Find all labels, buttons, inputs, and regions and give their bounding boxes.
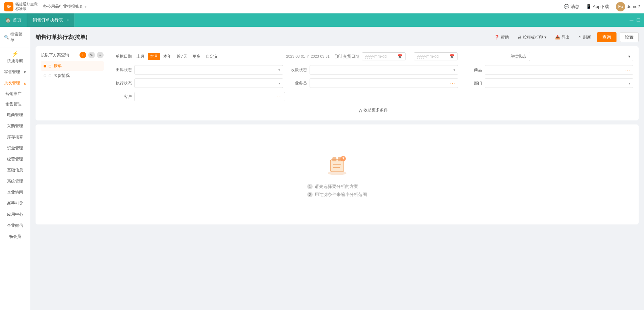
exec-status-control: ▾ <box>135 79 283 88</box>
salesman-more-button[interactable]: ··· <box>450 81 455 86</box>
app-download-button[interactable]: 📱 App下载 <box>586 4 609 10</box>
search-menu-button[interactable]: 🔍 搜索菜单 <box>3 30 27 44</box>
scheme-item-press-order[interactable]: ⊙ 按单 <box>41 61 104 71</box>
help-icon: ❓ <box>494 35 499 40</box>
sidebar-item-wholesale[interactable]: 批发管理 ▴ <box>0 78 30 89</box>
collapse-scheme-button[interactable]: « <box>97 52 104 58</box>
filter-panel: 按以下方案查询 + ✎ « ⊙ 按单 <box>36 46 639 120</box>
breadcrumb-text[interactable]: 办公用品行业模拟账套 <box>43 4 83 9</box>
sidebar-item-corp[interactable]: 企业协同 <box>0 187 30 198</box>
sidebar-item-purchase[interactable]: 采购管理 <box>0 120 30 132</box>
scheme-item-arrears[interactable]: ⊙ 欠货情况 <box>41 71 104 81</box>
settings-button[interactable]: 设置 <box>620 32 639 42</box>
user-profile[interactable]: Ea demo2 <box>616 2 640 11</box>
date-tab-more[interactable]: 更多 <box>191 53 203 60</box>
sidebar-item-finance[interactable]: 资金管理 <box>0 143 30 154</box>
date-tab-this-year[interactable]: 本年 <box>161 53 173 60</box>
date-tab-custom[interactable]: 自定义 <box>204 53 220 60</box>
sidebar-item-apps[interactable]: 应用中心 <box>0 209 30 220</box>
logo-text: 畅捷通好生意 标准版 <box>15 2 38 11</box>
order-status-control: ▾ <box>529 52 633 61</box>
exec-status-select[interactable]: ▾ <box>135 79 283 88</box>
refresh-icon: ↻ <box>578 35 582 40</box>
username: demo2 <box>627 4 640 9</box>
date-tab-last-7-days[interactable]: 近7天 <box>175 53 189 60</box>
order-date-label: 单据日期 <box>113 54 132 59</box>
sidebar-item-system[interactable]: 系统管理 <box>0 176 30 187</box>
dept-select[interactable]: ▾ <box>485 79 633 88</box>
order-status-label: 单据状态 <box>508 54 526 59</box>
filter-row-1: 单据日期 上月 本月 本年 近7天 更多 自定义 <box>113 52 633 61</box>
salesman-select[interactable]: ··· <box>310 79 458 88</box>
main-layout: 🔍 搜索菜单 ⚡ 快捷导航 零售管理 ▾ 批发管理 ▴ 营销推广 销售管理 <box>0 27 644 310</box>
sidebar-item-marketing[interactable]: 营销推广 <box>0 89 30 99</box>
expected-date-end[interactable]: yyyy-mm-dd 📅 <box>414 52 458 60</box>
message-button[interactable]: 💬 消息 <box>564 4 579 10</box>
customer-select[interactable]: ··· <box>135 92 285 101</box>
product-field: 商品 ··· <box>464 65 633 74</box>
tabbar: 🏠 首页 销售订单执行表 × ─ □ <box>0 13 644 27</box>
chevron-up-icon: ▴ <box>24 81 26 86</box>
svg-rect-2 <box>332 157 336 161</box>
dept-label: 部门 <box>464 81 482 86</box>
sidebar-item-inventory[interactable]: 库存核算 <box>0 132 30 143</box>
empty-tip-2: 2 用过滤条件来缩小分析范围 <box>307 192 367 198</box>
tab-close-button[interactable]: × <box>66 18 69 22</box>
filter-row-3: 执行状态 ▾ 业务员 <box>113 79 633 88</box>
message-icon: 💬 <box>564 4 569 9</box>
out-stock-label: 出库状态 <box>113 67 132 73</box>
tab-home[interactable]: 🏠 首页 <box>0 13 27 27</box>
out-stock-control: ▾ <box>135 65 283 74</box>
out-stock-field: 出库状态 ▾ <box>113 65 283 74</box>
sidebar-item-retail[interactable]: 零售管理 ▾ <box>0 66 30 78</box>
order-status-select[interactable]: ▾ <box>529 52 633 61</box>
salesman-control: ··· <box>310 79 458 88</box>
customer-field: 客户 ··· <box>113 92 285 101</box>
expected-date-start[interactable]: yyyy-mm-dd 📅 <box>362 52 406 60</box>
search-icon: 🔍 <box>4 35 9 40</box>
sidebar-item-basic[interactable]: 基础信息 <box>0 165 30 176</box>
page-header: 销售订单执行表(按单) ❓ 帮助 🖨 按模板打印 ▾ 📤 导出 <box>36 32 639 42</box>
scheme-active-dot <box>44 65 46 67</box>
breadcrumb: 办公用品行业模拟账套 ▾ <box>43 4 558 9</box>
add-scheme-button[interactable]: + <box>79 52 86 58</box>
collapse-filter-button[interactable]: ⋀ 收起更多条件 <box>113 105 633 115</box>
sidebar-item-operations[interactable]: 经营管理 <box>0 154 30 165</box>
date-tab-this-month[interactable]: 本月 <box>148 53 160 60</box>
product-select[interactable]: ··· <box>485 65 633 74</box>
tab-sales-order[interactable]: 销售订单执行表 × <box>27 13 74 27</box>
edit-scheme-button[interactable]: ✎ <box>88 52 95 58</box>
product-more-button[interactable]: ··· <box>625 67 630 72</box>
export-button[interactable]: 📤 导出 <box>552 33 572 42</box>
sidebar-item-quick-nav[interactable]: ⚡ 快捷导航 <box>0 48 30 66</box>
receipt-status-select[interactable]: ▾ <box>310 65 458 74</box>
exec-status-field: 执行状态 ▾ <box>113 79 283 88</box>
sidebar-item-newbie[interactable]: 新手引导 <box>0 198 30 209</box>
help-button[interactable]: ❓ 帮助 <box>492 33 512 42</box>
sidebar-item-wechat[interactable]: 企业微信 <box>0 220 30 231</box>
maximize-button[interactable]: □ <box>637 17 640 23</box>
date-tab-last-month[interactable]: 上月 <box>135 53 147 60</box>
sidebar-item-sales-mgmt[interactable]: 销售管理 <box>0 99 30 109</box>
sidebar-search-section: 🔍 搜索菜单 <box>0 27 30 48</box>
refresh-button[interactable]: ↻ 刷新 <box>576 33 594 42</box>
calendar-icon: 📅 <box>397 54 402 59</box>
out-stock-select[interactable]: ▾ <box>135 65 283 74</box>
salesman-field: 业务员 ··· <box>288 79 458 88</box>
empty-illustration: ? <box>324 151 351 178</box>
scheme-icon: ⊙ <box>48 64 52 68</box>
query-button[interactable]: 查询 <box>597 32 616 42</box>
product-label: 商品 <box>464 67 482 73</box>
minimize-button[interactable]: ─ <box>630 17 633 23</box>
dept-control: ▾ <box>485 79 633 88</box>
sidebar-item-member[interactable]: 畅会员 <box>0 231 30 242</box>
customer-more-button[interactable]: ··· <box>277 94 282 99</box>
dept-field: 部门 ▾ <box>464 79 633 88</box>
avatar: Ea <box>616 2 625 11</box>
chevron-icon-4: ▾ <box>629 82 630 85</box>
print-button[interactable]: 🖨 按模板打印 ▾ <box>515 33 549 42</box>
order-date-field: 单据日期 上月 本月 本年 近7天 更多 自定义 <box>113 53 281 60</box>
date-tabs: 上月 本月 本年 近7天 更多 自定义 <box>135 53 220 60</box>
sidebar-item-ecommerce[interactable]: 电商管理 <box>0 109 30 120</box>
chevron-icon-2: ▾ <box>453 68 455 72</box>
